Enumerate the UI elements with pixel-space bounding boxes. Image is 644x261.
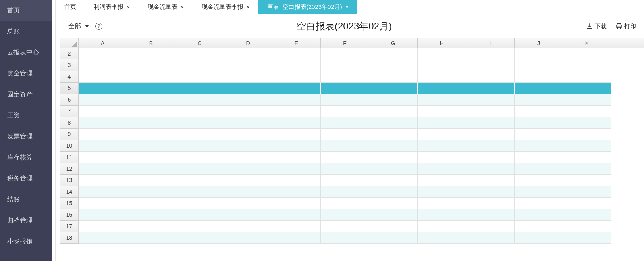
sidebar-item-11[interactable]: 小畅报销 [0, 231, 52, 252]
cell-F9[interactable] [321, 129, 369, 140]
tab-1[interactable]: 利润表季报× [85, 0, 139, 14]
cell-J15[interactable] [515, 198, 563, 209]
cell-H11[interactable] [418, 152, 466, 163]
cell-C17[interactable] [175, 221, 224, 232]
cell-B15[interactable] [127, 198, 175, 209]
cell-J5[interactable] [515, 83, 563, 94]
cell-B2[interactable] [127, 48, 175, 59]
column-header-B[interactable]: B [127, 38, 175, 48]
sidebar-item-2[interactable]: 云报表中心 [0, 42, 52, 63]
cell-F15[interactable] [321, 198, 369, 209]
cell-K4[interactable] [563, 71, 611, 83]
cell-A16[interactable] [79, 209, 127, 221]
cell-G18[interactable] [369, 232, 418, 244]
cell-J8[interactable] [515, 117, 563, 129]
cell-E10[interactable] [272, 140, 321, 152]
cell-H2[interactable] [418, 48, 466, 59]
cell-C5[interactable] [175, 83, 224, 94]
cell-K15[interactable] [563, 198, 611, 209]
cell-B18[interactable] [127, 232, 175, 244]
cell-D16[interactable] [224, 209, 272, 221]
cell-C4[interactable] [175, 71, 224, 83]
cell-E7[interactable] [272, 106, 321, 117]
spreadsheet[interactable]: ABCDEFGHIJK 23456789101112131415161718 [60, 38, 644, 261]
filter-dropdown[interactable]: 全部 ? [68, 22, 102, 31]
row-header-9[interactable]: 9 [60, 129, 79, 140]
cell-G2[interactable] [369, 48, 418, 59]
cell-I7[interactable] [466, 106, 515, 117]
cell-K10[interactable] [563, 140, 611, 152]
close-icon[interactable]: × [181, 4, 184, 10]
cell-F10[interactable] [321, 140, 369, 152]
row-header-17[interactable]: 17 [60, 221, 79, 232]
cell-I6[interactable] [466, 94, 515, 106]
row-header-3[interactable]: 3 [60, 59, 79, 71]
cell-K5[interactable] [563, 83, 611, 94]
cell-G15[interactable] [369, 198, 418, 209]
cell-K13[interactable] [563, 175, 611, 186]
close-icon[interactable]: × [345, 4, 349, 10]
column-header-D[interactable]: D [224, 38, 272, 48]
cell-H3[interactable] [418, 59, 466, 71]
cell-H15[interactable] [418, 198, 466, 209]
cell-D2[interactable] [224, 48, 272, 59]
help-icon[interactable]: ? [95, 23, 102, 30]
cell-J12[interactable] [515, 163, 563, 175]
cell-B12[interactable] [127, 163, 175, 175]
cell-B8[interactable] [127, 117, 175, 129]
cell-A7[interactable] [79, 106, 127, 117]
cell-K18[interactable] [563, 232, 611, 244]
cell-B4[interactable] [127, 71, 175, 83]
cell-H4[interactable] [418, 71, 466, 83]
cell-K6[interactable] [563, 94, 611, 106]
cell-E11[interactable] [272, 152, 321, 163]
cell-I11[interactable] [466, 152, 515, 163]
cell-A9[interactable] [79, 129, 127, 140]
cell-K8[interactable] [563, 117, 611, 129]
cell-H9[interactable] [418, 129, 466, 140]
cell-C7[interactable] [175, 106, 224, 117]
cell-A4[interactable] [79, 71, 127, 83]
cell-J3[interactable] [515, 59, 563, 71]
cell-H10[interactable] [418, 140, 466, 152]
cell-C14[interactable] [175, 186, 224, 198]
cell-I3[interactable] [466, 59, 515, 71]
cell-E4[interactable] [272, 71, 321, 83]
cell-D4[interactable] [224, 71, 272, 83]
cell-J2[interactable] [515, 48, 563, 59]
cell-D3[interactable] [224, 59, 272, 71]
row-header-2[interactable]: 2 [60, 48, 79, 59]
cell-G5[interactable] [369, 83, 418, 94]
cell-D14[interactable] [224, 186, 272, 198]
cell-I14[interactable] [466, 186, 515, 198]
cell-B3[interactable] [127, 59, 175, 71]
cell-A10[interactable] [79, 140, 127, 152]
cell-H8[interactable] [418, 117, 466, 129]
cell-G7[interactable] [369, 106, 418, 117]
cell-G16[interactable] [369, 209, 418, 221]
column-header-E[interactable]: E [272, 38, 321, 48]
cell-F6[interactable] [321, 94, 369, 106]
cell-H17[interactable] [418, 221, 466, 232]
cell-C11[interactable] [175, 152, 224, 163]
row-header-4[interactable]: 4 [60, 71, 79, 83]
cell-K7[interactable] [563, 106, 611, 117]
cell-I2[interactable] [466, 48, 515, 59]
cell-K2[interactable] [563, 48, 611, 59]
cell-I10[interactable] [466, 140, 515, 152]
cell-A2[interactable] [79, 48, 127, 59]
sidebar-item-4[interactable]: 固定资产 [0, 84, 52, 105]
cell-I18[interactable] [466, 232, 515, 244]
cell-K11[interactable] [563, 152, 611, 163]
cell-C18[interactable] [175, 232, 224, 244]
cell-J18[interactable] [515, 232, 563, 244]
cell-I5[interactable] [466, 83, 515, 94]
row-header-8[interactable]: 8 [60, 117, 79, 129]
cell-B14[interactable] [127, 186, 175, 198]
cell-E18[interactable] [272, 232, 321, 244]
cell-F4[interactable] [321, 71, 369, 83]
cell-K3[interactable] [563, 59, 611, 71]
cell-A8[interactable] [79, 117, 127, 129]
cell-E5[interactable] [272, 83, 321, 94]
cell-F8[interactable] [321, 117, 369, 129]
